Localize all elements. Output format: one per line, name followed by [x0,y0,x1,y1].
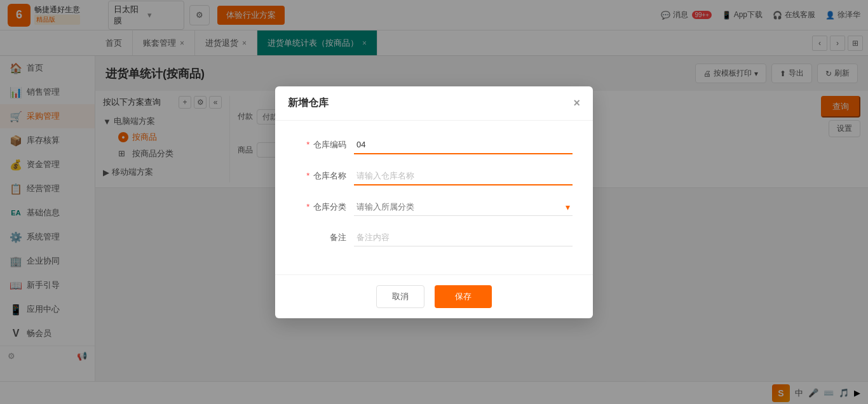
save-button[interactable]: 保存 [435,285,492,308]
name-input[interactable] [354,167,573,185]
required-star-code: * [306,140,309,149]
required-star-category: * [306,202,309,212]
modal-new-warehouse: 新增仓库 × * 仓库编码 * 仓库名称 * [275,86,593,318]
modal-body: * 仓库编码 * 仓库名称 * 仓库分类 ▾ [275,121,593,274]
form-row-code: * 仓库编码 [295,136,573,154]
cancel-button[interactable]: 取消 [376,285,424,308]
notes-label: 备注 [295,232,346,243]
modal-header: 新增仓库 × [275,86,593,121]
category-label: * 仓库分类 [295,201,346,213]
form-row-notes: 备注 [295,229,573,246]
form-row-name: * 仓库名称 [295,167,573,185]
required-star-name: * [306,171,309,180]
modal-overlay[interactable]: 新增仓库 × * 仓库编码 * 仓库名称 * [0,0,868,404]
category-select-wrapper: ▾ [354,198,573,216]
modal-footer: 取消 保存 [275,274,593,318]
name-label: * 仓库名称 [295,170,346,182]
code-input[interactable] [354,136,573,154]
notes-input[interactable] [354,229,573,246]
modal-title: 新增仓库 [288,97,329,110]
code-label: * 仓库编码 [295,139,346,151]
category-select-input[interactable] [354,198,573,216]
form-row-category: * 仓库分类 ▾ [295,198,573,216]
modal-close-button[interactable]: × [573,97,580,110]
